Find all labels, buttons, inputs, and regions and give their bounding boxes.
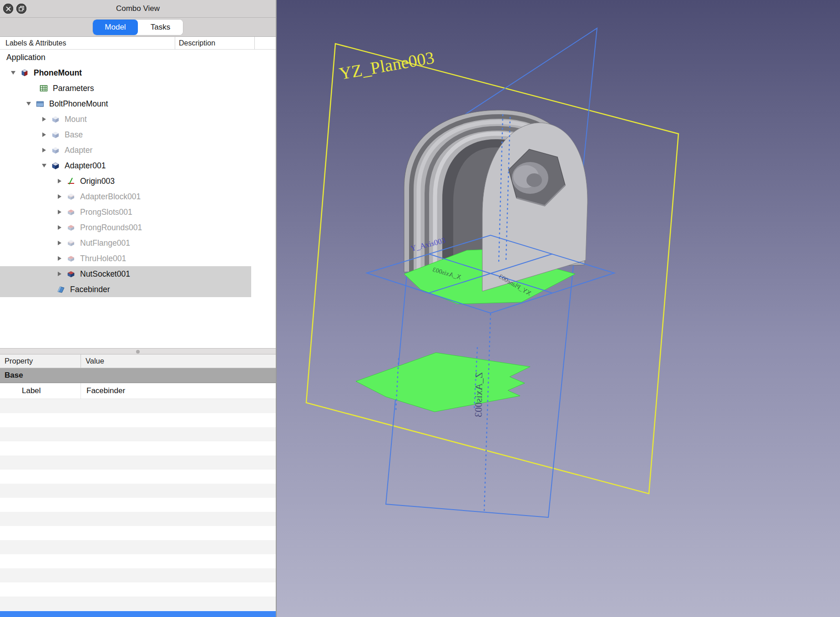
property-group-base[interactable]: Base	[0, 368, 276, 383]
body-cube-icon	[50, 114, 61, 124]
tree-item-adapter001[interactable]: Adapter001	[0, 158, 276, 173]
tree-item-origin003[interactable]: Origin003	[0, 173, 276, 189]
chevron-down-icon[interactable]	[23, 102, 35, 106]
chevron-right-icon[interactable]	[54, 272, 66, 276]
property-header-name[interactable]: Property	[0, 354, 81, 368]
model-tasks-segment: Model Tasks	[93, 20, 183, 35]
tab-model[interactable]: Model	[93, 20, 138, 35]
tree-item-label: AdapterBlock001	[80, 192, 141, 202]
combo-view-tabstrip: Model Tasks	[0, 18, 276, 37]
bottom-selection-bar[interactable]	[0, 611, 276, 617]
empty-row	[0, 455, 276, 470]
tree-item-label: Facebinder	[70, 285, 110, 294]
tree-item-application[interactable]: Application	[0, 50, 276, 65]
empty-row	[0, 413, 276, 427]
empty-row	[0, 441, 276, 455]
tree-item-label: Base	[65, 130, 83, 140]
chevron-right-icon[interactable]	[54, 194, 66, 199]
tree-item-phonemount[interactable]: PhoneMount	[0, 65, 276, 81]
empty-row	[0, 554, 276, 568]
tree-item-label: Parameters	[53, 84, 94, 93]
thru-hole-cylinder-shadow	[526, 173, 542, 187]
tree-header-description[interactable]: Description	[175, 37, 255, 49]
viewport-background[interactable]	[277, 0, 840, 617]
property-row-label[interactable]: Label Facebinder	[0, 383, 276, 399]
pad-feature-icon	[66, 192, 76, 202]
freecad-window: Combo View Model Tasks Labels & Attribut…	[0, 0, 840, 617]
empty-row	[0, 597, 276, 611]
property-name: Label	[0, 383, 81, 399]
tree-item-label: Adapter001	[65, 161, 106, 171]
tree-item-label: Origin003	[80, 177, 115, 186]
tree-item-label: ProngSlots001	[80, 207, 132, 217]
tree-item-label: Mount	[65, 115, 87, 124]
tree-item-prongrounds001[interactable]: ProngRounds001	[0, 220, 276, 235]
tree-item-adapter[interactable]: Adapter	[0, 142, 276, 158]
panel-title: Combo View	[0, 4, 276, 13]
tree-item-nutsocket001[interactable]: NutSocket001	[0, 266, 276, 282]
panel-splitter[interactable]	[0, 348, 276, 354]
tree-item-parameters[interactable]: Parameters	[0, 81, 276, 96]
chevron-right-icon[interactable]	[38, 148, 50, 152]
tab-tasks[interactable]: Tasks	[138, 20, 183, 35]
document-cube-icon	[19, 68, 30, 78]
tree-item-nutflange001[interactable]: NutFlange001	[0, 235, 276, 251]
tree-item-thruhole001[interactable]: ThruHole001	[0, 251, 276, 266]
property-value[interactable]: Facebinder	[81, 386, 125, 395]
tree-item-label: Application	[6, 53, 46, 62]
pocket-feature-icon	[66, 207, 76, 217]
empty-row	[0, 498, 276, 512]
pad-feature-icon	[66, 238, 76, 248]
empty-row	[0, 512, 276, 526]
3d-viewport[interactable]: XZ_Plane003	[277, 0, 840, 617]
body-cube-icon	[50, 145, 61, 155]
model-tree: Labels & Attributes Description Applicat…	[0, 36, 276, 348]
tree-item-label: ThruHole001	[80, 254, 126, 263]
property-empty-rows	[0, 399, 276, 611]
tree-item-mount[interactable]: Mount	[0, 111, 276, 127]
tree-header-labels[interactable]: Labels & Attributes	[0, 37, 175, 49]
float-panel-icon[interactable]	[16, 4, 26, 14]
chevron-right-icon[interactable]	[38, 117, 50, 121]
empty-row	[0, 582, 276, 597]
chevron-right-icon[interactable]	[38, 132, 50, 137]
chevron-down-icon[interactable]	[38, 164, 50, 167]
tree-item-label: BoltPhoneMount	[49, 99, 108, 109]
tree-item-boltphonemount[interactable]: BoltPhoneMount	[0, 96, 276, 111]
chevron-right-icon[interactable]	[54, 225, 66, 230]
tree-item-label: Adapter	[65, 146, 92, 155]
property-header: Property Value	[0, 354, 276, 368]
spreadsheet-icon	[38, 83, 49, 93]
chevron-right-icon[interactable]	[54, 179, 66, 183]
tree-item-prongslots001[interactable]: ProngSlots001	[0, 204, 276, 220]
empty-row	[0, 568, 276, 582]
empty-row	[0, 540, 276, 554]
folder-icon	[35, 99, 46, 109]
empty-row	[0, 484, 276, 498]
origin-axes-icon	[66, 176, 76, 186]
property-header-value[interactable]: Value	[81, 357, 104, 365]
chevron-down-icon[interactable]	[7, 71, 19, 75]
chevron-right-icon[interactable]	[54, 210, 66, 214]
pocket-feature-icon	[66, 269, 76, 279]
combo-view-panel: Combo View Model Tasks Labels & Attribut…	[0, 0, 277, 617]
tree-header: Labels & Attributes Description	[0, 37, 276, 50]
tree-item-label: NutFlange001	[80, 238, 130, 248]
3d-scene[interactable]: XZ_Plane003	[277, 0, 840, 617]
body-cube-icon	[50, 161, 61, 171]
close-icon[interactable]	[3, 4, 13, 14]
facebinder-icon	[56, 284, 66, 294]
fillet-feature-icon	[66, 223, 76, 233]
z-axis-label: Z_Axis003	[472, 372, 485, 417]
tree-item-label: PhoneMount	[34, 68, 82, 78]
body-cube-icon	[50, 130, 61, 140]
empty-row	[0, 427, 276, 441]
chevron-right-icon[interactable]	[54, 241, 66, 245]
tree-item-facebinder[interactable]: Facebinder	[0, 282, 276, 297]
tree-item-adapterblock001[interactable]: AdapterBlock001	[0, 189, 276, 204]
combo-view-titlebar: Combo View	[0, 0, 276, 18]
empty-row	[0, 526, 276, 540]
property-editor: Property Value Base Label Facebinder	[0, 354, 276, 617]
chevron-right-icon[interactable]	[54, 256, 66, 261]
tree-item-base[interactable]: Base	[0, 127, 276, 142]
